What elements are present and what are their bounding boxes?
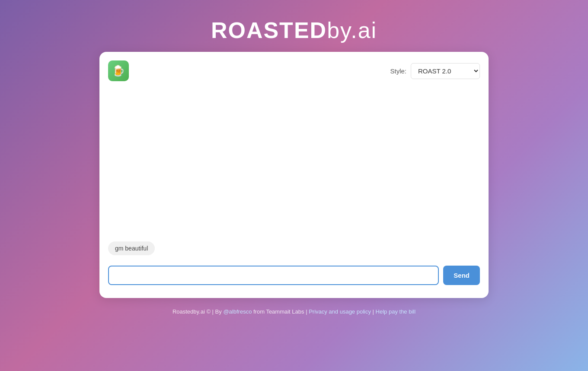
logo-icon: 🍺 [108, 60, 129, 81]
title-byai: by.ai [327, 18, 377, 43]
footer-bill-link[interactable]: Help pay the bill [376, 308, 416, 315]
footer: Roastedby.ai © | By @albfresco from Team… [173, 308, 415, 315]
send-button[interactable]: Send [443, 266, 480, 285]
suggestion-chip[interactable]: gm beautiful [108, 241, 155, 255]
page-header: ROASTEDby.ai [211, 17, 377, 43]
style-select[interactable]: ROAST 2.0 ROAST 1.0 Gentle Savage [411, 63, 480, 79]
footer-privacy-link[interactable]: Privacy and usage policy [309, 308, 371, 315]
chat-area: gm beautiful Send [108, 86, 480, 289]
footer-from: from Teammait Labs | [253, 308, 309, 315]
style-label: Style: [390, 67, 406, 75]
style-selector: Style: ROAST 2.0 ROAST 1.0 Gentle Savage [390, 63, 480, 79]
message-input[interactable] [108, 266, 439, 285]
footer-copyright: Roastedby.ai © | By [173, 308, 222, 315]
input-row: Send [108, 266, 480, 285]
title-roasted: ROASTED [211, 18, 327, 43]
card-top-bar: 🍺 Style: ROAST 2.0 ROAST 1.0 Gentle Sava… [108, 60, 480, 81]
main-card: 🍺 Style: ROAST 2.0 ROAST 1.0 Gentle Sava… [99, 52, 489, 298]
footer-separator: | [373, 308, 374, 315]
site-title: ROASTEDby.ai [211, 17, 377, 43]
footer-author-link[interactable]: @albfresco [223, 308, 252, 315]
